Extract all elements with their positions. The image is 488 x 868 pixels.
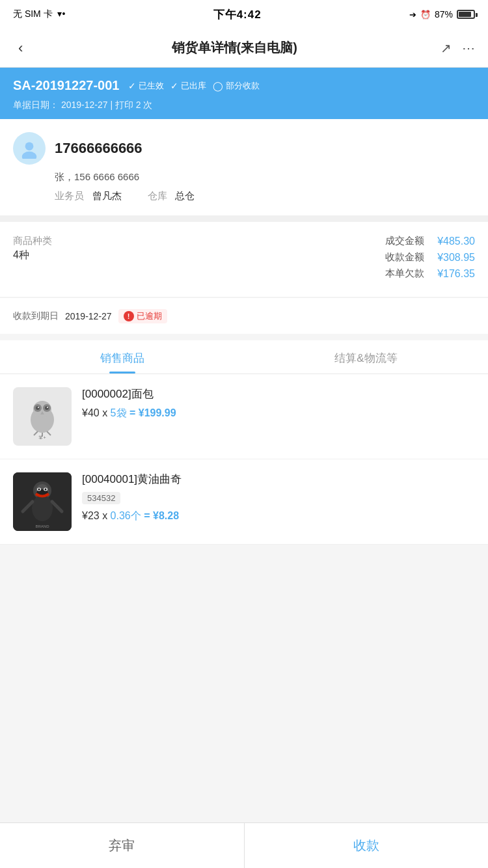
battery-percent: 87%: [435, 9, 453, 20]
print-info: | 打印 2 次: [110, 100, 152, 110]
dark-product-image: BRAND: [13, 472, 72, 531]
received-amount-row: 收款金额 ¥308.95: [385, 251, 475, 264]
product-list: 某+ [0000002]面包 ¥40 x 5袋 = ¥199.99: [0, 374, 488, 545]
product-thumbnail-1: 某+: [13, 387, 72, 446]
customer-phone: 17666666666: [55, 140, 142, 157]
check-icon-1: ✓: [128, 81, 136, 91]
status-signal: 无 SIM 卡 ▾•: [13, 8, 65, 20]
order-id: SA-20191227-001: [13, 78, 119, 93]
svg-point-22: [38, 489, 40, 491]
battery-icon: [457, 10, 475, 19]
product-kinds-value: 4种: [13, 249, 52, 262]
svg-text:BRAND: BRAND: [35, 524, 49, 528]
customer-name-phone: 张，156 6666 6666: [55, 171, 475, 183]
total-1: = ¥199.99: [129, 407, 176, 418]
customer-section: 17666666666 张，156 6666 6666 业务员 曾凡杰 仓库 总…: [0, 119, 488, 215]
svg-point-1: [22, 152, 36, 159]
order-banner-row1: SA-20191227-001 ✓ 已生效 ✓ 已出库 ◯ 部分收款: [13, 78, 475, 93]
qty-2: 0.36个: [111, 510, 141, 521]
sales-rep-label: 业务员: [55, 190, 84, 201]
clock-icon: ◯: [213, 81, 223, 91]
check-icon-2: ✓: [170, 81, 178, 91]
debt-amount-row: 本单欠款 ¥176.35: [385, 267, 475, 280]
avatar-icon: [19, 138, 40, 159]
product-name-2: [00040001]黄油曲奇: [82, 472, 475, 487]
back-button[interactable]: ‹: [13, 34, 28, 62]
due-date-value: 2019-12-27: [65, 311, 112, 321]
product-price-2: ¥23 x 0.36个 = ¥8.28: [82, 509, 475, 523]
badge-partial-label: 部分收款: [226, 80, 260, 92]
customer-meta: 业务员 曾凡杰 仓库 总仓: [55, 190, 475, 202]
sales-rep-value: 曾凡杰: [92, 190, 122, 201]
location-icon: ➔: [409, 10, 416, 20]
share-icon[interactable]: ↗: [441, 40, 452, 56]
list-item: BRAND [00040001]黄油曲奇 534532 ¥23 x 0.36个 …: [0, 459, 488, 545]
product-sku-2: 534532: [82, 492, 120, 504]
svg-point-7: [36, 406, 40, 410]
product-info-2: [00040001]黄油曲奇 534532 ¥23 x 0.36个 = ¥8.2…: [82, 472, 475, 531]
warehouse-value: 总仓: [175, 190, 195, 201]
overdue-label: 已逾期: [137, 310, 162, 322]
multiply-sign-1: x: [102, 407, 110, 418]
product-thumbnail-2: BRAND: [13, 472, 72, 531]
transaction-label: 成交金额: [385, 235, 424, 247]
product-kinds-label: 商品种类: [13, 235, 52, 247]
tab-sales-products[interactable]: 销售商品: [0, 340, 244, 373]
summary-left: 商品种类 4种: [13, 235, 52, 262]
nav-right-actions: ↗ ⋯: [441, 40, 475, 56]
product-info-1: [0000002]面包 ¥40 x 5袋 = ¥199.99: [82, 387, 475, 446]
svg-text:某+: 某+: [38, 435, 46, 439]
owl-image: 某+: [20, 394, 65, 439]
bottom-bar: 弃审 收款: [0, 822, 488, 868]
divider-1: [0, 215, 488, 222]
due-date-section: 收款到期日 2019-12-27 ! 已逾期: [0, 299, 488, 334]
qty-1: 5袋: [111, 407, 127, 418]
badge-shipped-label: 已出库: [181, 80, 206, 92]
order-banner-date-row: 单据日期： 2019-12-27 | 打印 2 次: [13, 100, 475, 111]
alarm-icon: ⏰: [420, 10, 431, 20]
svg-point-8: [45, 406, 49, 410]
transaction-amount-row: 成交金额 ¥485.30: [385, 235, 475, 247]
product-sku-badge: 534532: [82, 492, 475, 504]
status-right: ➔ ⏰ 87%: [409, 9, 475, 20]
page-title: 销货单详情(来自电脑): [172, 39, 297, 57]
received-label: 收款金额: [385, 251, 424, 264]
received-value: ¥308.95: [437, 252, 475, 264]
price-unit-2: ¥23: [82, 510, 100, 521]
bottom-spacer: [0, 545, 488, 597]
total-2: = ¥8.28: [144, 510, 179, 521]
svg-point-23: [45, 489, 47, 491]
sales-rep: 业务员 曾凡杰: [55, 190, 122, 202]
status-badges: ✓ 已生效 ✓ 已出库 ◯ 部分收款: [128, 80, 260, 92]
badge-shipped: ✓ 已出库: [170, 80, 206, 92]
order-date: 2019-12-27: [61, 100, 108, 110]
status-time: 下午4:42: [213, 7, 262, 22]
badge-effected-label: 已生效: [139, 80, 164, 92]
badge-partial-payment: ◯ 部分收款: [213, 80, 260, 92]
due-label: 收款到期日: [13, 310, 59, 322]
multiply-sign-2: x: [102, 510, 110, 521]
more-icon[interactable]: ⋯: [462, 40, 475, 56]
debt-value: ¥176.35: [437, 268, 475, 280]
cancel-button[interactable]: 弃审: [0, 823, 245, 868]
avatar: [13, 132, 46, 165]
customer-row: 17666666666: [13, 132, 475, 165]
warehouse-label: 仓库: [148, 190, 167, 201]
price-unit-1: ¥40: [82, 407, 100, 418]
svg-point-24: [32, 495, 53, 521]
tab-settlement-logistics[interactable]: 结算&物流等: [244, 340, 488, 373]
overdue-icon: !: [124, 311, 134, 321]
nav-bar: ‹ 销货单详情(来自电脑) ↗ ⋯: [0, 29, 488, 68]
date-label: 单据日期：: [13, 100, 59, 110]
confirm-button[interactable]: 收款: [245, 823, 489, 868]
product-tabs: 销售商品 结算&物流等: [0, 340, 488, 374]
transaction-value: ¥485.30: [437, 236, 475, 247]
svg-point-10: [47, 407, 48, 408]
svg-point-9: [38, 407, 39, 408]
status-bar: 无 SIM 卡 ▾• 下午4:42 ➔ ⏰ 87%: [0, 0, 488, 29]
warehouse: 仓库 总仓: [148, 190, 195, 202]
badge-effected: ✓ 已生效: [128, 80, 164, 92]
product-price-1: ¥40 x 5袋 = ¥199.99: [82, 407, 475, 420]
debt-label: 本单欠款: [385, 267, 424, 280]
summary-section: 商品种类 4种 成交金额 ¥485.30 收款金额 ¥308.95 本单欠款 ¥…: [0, 222, 488, 297]
